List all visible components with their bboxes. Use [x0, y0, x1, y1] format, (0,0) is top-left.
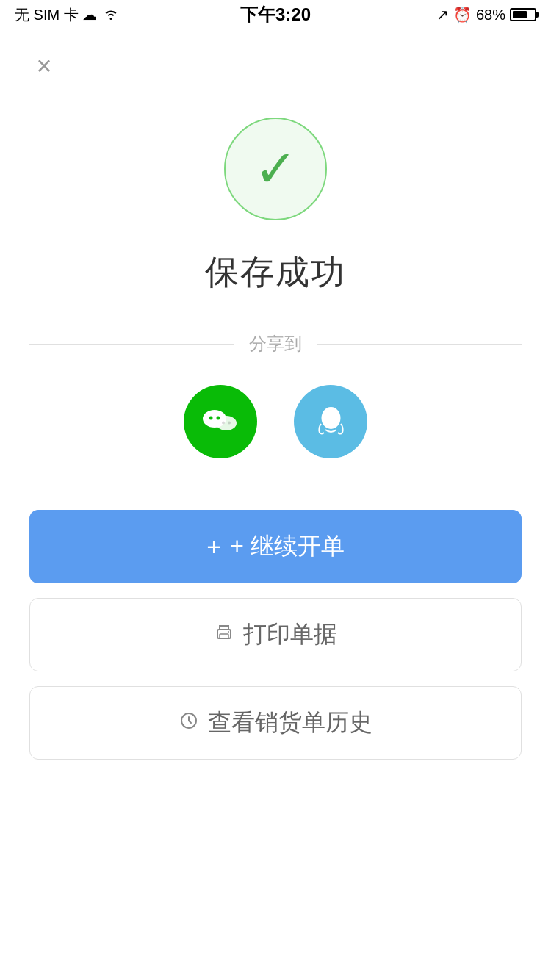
share-icons [184, 385, 367, 458]
no-sim-label: 无 SIM 卡 ☁ [15, 5, 97, 25]
action-buttons: + + 继续开单 打印单据 查看销货单历 [29, 510, 522, 760]
svg-point-9 [333, 416, 336, 419]
continue-plus-icon: + [206, 533, 221, 561]
svg-point-2 [209, 417, 213, 420]
svg-point-4 [222, 422, 225, 425]
history-icon [179, 710, 199, 737]
wifi-icon [103, 7, 119, 24]
status-bar: 无 SIM 卡 ☁ 下午3:20 ↗ ⏰ 68% [0, 0, 551, 29]
success-title: 保存成功 [205, 250, 346, 295]
svg-point-8 [326, 416, 329, 419]
divider-left [29, 344, 234, 345]
wechat-share-button[interactable] [184, 385, 257, 458]
status-left: 无 SIM 卡 ☁ [15, 5, 119, 25]
print-label: 打印单据 [243, 619, 337, 651]
success-circle: ✓ [224, 118, 327, 220]
svg-point-7 [323, 408, 338, 426]
history-button[interactable]: 查看销货单历史 [29, 686, 522, 760]
share-label: 分享到 [249, 332, 302, 356]
svg-point-5 [228, 422, 231, 425]
wechat-icon [198, 400, 242, 444]
print-icon [214, 621, 234, 649]
status-right: ↗ ⏰ 68% [436, 6, 536, 24]
share-divider: 分享到 [29, 332, 522, 356]
continue-button[interactable]: + + 继续开单 [29, 510, 522, 583]
location-icon: ↗ [436, 6, 449, 24]
history-label: 查看销货单历史 [208, 707, 372, 739]
battery-percent: 68% [476, 7, 505, 24]
svg-point-12 [228, 631, 229, 633]
time-display: 下午3:20 [240, 3, 311, 26]
close-icon: × [36, 53, 51, 79]
main-content: ✓ 保存成功 分享到 [0, 88, 551, 980]
close-button[interactable]: × [22, 44, 66, 88]
qq-share-button[interactable] [294, 385, 367, 458]
alarm-icon: ⏰ [453, 6, 472, 24]
checkmark-icon: ✓ [254, 143, 298, 195]
svg-point-3 [217, 417, 220, 420]
qq-icon [311, 402, 351, 442]
battery-icon [510, 8, 536, 21]
print-button[interactable]: 打印单据 [29, 598, 522, 671]
continue-label: + 继续开单 [230, 530, 345, 563]
divider-right [317, 344, 522, 345]
